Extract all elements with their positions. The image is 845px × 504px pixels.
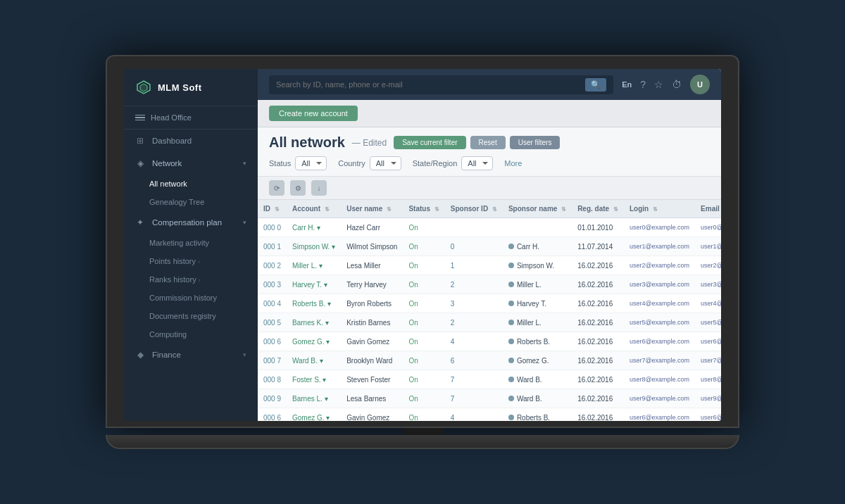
avatar-initials: U bbox=[697, 80, 703, 89]
sub-item-label: Marketing activity bbox=[149, 239, 209, 247]
search-button[interactable]: 🔍 bbox=[585, 78, 606, 92]
export-button[interactable]: ↓ bbox=[311, 180, 327, 196]
sidebar-sub-commission[interactable]: Commission history bbox=[124, 289, 258, 307]
col-username[interactable]: User name ⇅ bbox=[341, 200, 403, 218]
sub-item-label: Genealogy Tree bbox=[149, 198, 204, 206]
table-row[interactable]: 000 5 Barnes K. ▾ Kristin Barnes On 2 Mi… bbox=[258, 313, 721, 332]
cell-account[interactable]: Harvey T. ▾ bbox=[287, 275, 341, 294]
sidebar-sub-genealogy[interactable]: Genealogy Tree bbox=[124, 193, 258, 211]
cell-id: 000 9 bbox=[258, 389, 287, 408]
cell-login: user4@example.com bbox=[624, 294, 695, 313]
sidebar-sub-computing[interactable]: Computing bbox=[124, 325, 258, 344]
save-filter-button[interactable]: Save current filter bbox=[394, 136, 465, 149]
table-row[interactable]: 000 6 Gomez G. ▾ Gavin Gomez On 4 Robert… bbox=[258, 408, 721, 422]
cell-sponsor-name: Carr H. bbox=[503, 237, 572, 256]
table-row[interactable]: 000 7 Ward B. ▾ Brooklyn Ward On 6 Gomez… bbox=[258, 351, 721, 370]
chevron-icon: ▾ bbox=[243, 219, 246, 226]
cell-id: 000 7 bbox=[258, 351, 287, 370]
cell-email: user4@example.com bbox=[695, 294, 721, 313]
clock-icon[interactable]: ⏱ bbox=[672, 79, 682, 90]
cell-account[interactable]: Simpson W. ▾ bbox=[287, 237, 341, 256]
create-account-button[interactable]: Create new account bbox=[269, 106, 358, 121]
page-title: All network bbox=[269, 134, 345, 151]
country-filter-select[interactable]: All bbox=[370, 156, 401, 170]
users-table: ID ⇅ Account ⇅ User name ⇅ Status ⇅ Spon… bbox=[258, 200, 721, 421]
help-icon[interactable]: ? bbox=[640, 79, 646, 90]
avatar[interactable]: U bbox=[690, 75, 710, 94]
cell-account[interactable]: Barnes K. ▾ bbox=[287, 313, 341, 332]
col-id[interactable]: ID ⇅ bbox=[258, 200, 287, 218]
language-selector[interactable]: En bbox=[622, 80, 632, 89]
refresh-button[interactable]: ⟳ bbox=[269, 180, 284, 196]
status-filter-group: Status All bbox=[269, 156, 327, 170]
col-reg-date[interactable]: Reg. date ⇅ bbox=[572, 200, 624, 218]
sidebar-item-compensation[interactable]: ✦ Compensation plan ▾ bbox=[124, 211, 258, 234]
cell-email: user5@example.com bbox=[695, 313, 721, 332]
star-icon[interactable]: ☆ bbox=[654, 79, 663, 90]
table-row[interactable]: 000 2 Miller L. ▾ Lesa Miller On 1 Simps… bbox=[258, 256, 721, 275]
sidebar-sub-documents[interactable]: Documents registry bbox=[124, 307, 258, 325]
cell-email: user6@example.com bbox=[695, 408, 721, 422]
table-row[interactable]: 000 4 Roberts B. ▾ Byron Roberts On 3 Ha… bbox=[258, 294, 721, 313]
sidebar-item-finance[interactable]: ◆ Finance ▾ bbox=[124, 344, 258, 366]
status-filter-select[interactable]: All bbox=[295, 156, 327, 170]
cell-account[interactable]: Foster S. ▾ bbox=[287, 370, 341, 389]
cell-account[interactable]: Barnes L. ▾ bbox=[287, 389, 341, 408]
cell-account[interactable]: Carr H. ▾ bbox=[287, 218, 341, 237]
cell-email: user6@example.com bbox=[695, 332, 721, 351]
cell-sponsor-id: 0 bbox=[445, 237, 503, 256]
cell-account[interactable]: Miller L. ▾ bbox=[287, 256, 341, 275]
table-row[interactable]: 000 1 Simpson W. ▾ Wilmot Simpson On 0 C… bbox=[258, 237, 721, 256]
table-toolbar: ⟳ ⚙ ↓ bbox=[258, 177, 721, 200]
sort-icon: ⇅ bbox=[613, 206, 618, 213]
cell-status: On bbox=[403, 218, 444, 237]
table-row[interactable]: 000 6 Gomez G. ▾ Gavin Gomez On 4 Robert… bbox=[258, 332, 721, 351]
cell-sponsor-id: 2 bbox=[445, 275, 503, 294]
hamburger-icon[interactable] bbox=[135, 115, 145, 121]
cell-login: user6@example.com bbox=[624, 408, 695, 422]
sub-item-label: Ranks history bbox=[149, 275, 196, 284]
cell-sponsor-name: Roberts B. bbox=[503, 332, 572, 351]
more-filters-link[interactable]: More bbox=[504, 159, 522, 168]
col-sponsor-name[interactable]: Sponsor name ⇅ bbox=[503, 200, 572, 218]
table-row[interactable]: 000 9 Barnes L. ▾ Lesa Barnes On 7 Ward … bbox=[258, 389, 721, 408]
cell-reg-date: 16.02.2016 bbox=[572, 332, 624, 351]
cell-username: Gavin Gomez bbox=[341, 408, 403, 422]
table-row[interactable]: 000 8 Foster S. ▾ Steven Foster On 7 War… bbox=[258, 370, 721, 389]
sort-icon: ⇅ bbox=[387, 206, 392, 213]
state-filter-select[interactable]: All bbox=[461, 156, 493, 170]
table-row[interactable]: 000 3 Harvey T. ▾ Terry Harvey On 2 Mill… bbox=[258, 275, 721, 294]
cell-account[interactable]: Ward B. ▾ bbox=[287, 351, 341, 370]
sidebar-sub-points[interactable]: Points history › bbox=[124, 252, 258, 270]
sidebar-item-network[interactable]: ◈ Network ▾ bbox=[124, 152, 258, 175]
cell-reg-date: 16.02.2016 bbox=[572, 294, 624, 313]
sidebar-office[interactable]: Head Office bbox=[124, 106, 258, 130]
cell-account[interactable]: Gomez G. ▾ bbox=[287, 332, 341, 351]
search-input[interactable] bbox=[276, 80, 581, 89]
sidebar-sub-all-network[interactable]: All network bbox=[124, 175, 258, 193]
cell-status: On bbox=[403, 351, 444, 370]
sidebar-item-dashboard[interactable]: ⊞ Dashboard bbox=[124, 130, 258, 152]
col-email[interactable]: Email ⇅ bbox=[695, 200, 721, 218]
laptop-screen: MLM Soft Head Office ⊞ Dashboard bbox=[124, 69, 721, 421]
col-sponsor-id[interactable]: Sponsor ID ⇅ bbox=[445, 200, 503, 218]
table-row[interactable]: 000 0 Carr H. ▾ Hazel Carr On 01.01.2010… bbox=[258, 218, 721, 237]
user-filters-button[interactable]: User filters bbox=[510, 136, 561, 149]
sidebar-item-label: Finance bbox=[152, 351, 181, 359]
cell-account[interactable]: Roberts B. ▾ bbox=[287, 294, 341, 313]
sidebar-sub-marketing[interactable]: Marketing activity bbox=[124, 234, 258, 252]
col-status[interactable]: Status ⇅ bbox=[403, 200, 444, 218]
sidebar-sub-ranks[interactable]: Ranks history › bbox=[124, 270, 258, 289]
reset-filter-button[interactable]: Reset bbox=[470, 136, 506, 149]
cell-sponsor-name: Harvey T. bbox=[503, 294, 572, 313]
cell-sponsor-name: Miller L. bbox=[503, 275, 572, 294]
col-login[interactable]: Login ⇅ bbox=[624, 200, 695, 218]
cell-login: user1@example.com bbox=[624, 237, 695, 256]
laptop-base bbox=[106, 435, 739, 449]
sort-icon: ⇅ bbox=[275, 206, 280, 213]
sidebar-item-label: Network bbox=[152, 159, 182, 168]
office-label: Head Office bbox=[151, 113, 192, 122]
cell-account[interactable]: Gomez G. ▾ bbox=[287, 408, 341, 422]
settings-button[interactable]: ⚙ bbox=[290, 180, 306, 196]
col-account[interactable]: Account ⇅ bbox=[287, 200, 341, 218]
